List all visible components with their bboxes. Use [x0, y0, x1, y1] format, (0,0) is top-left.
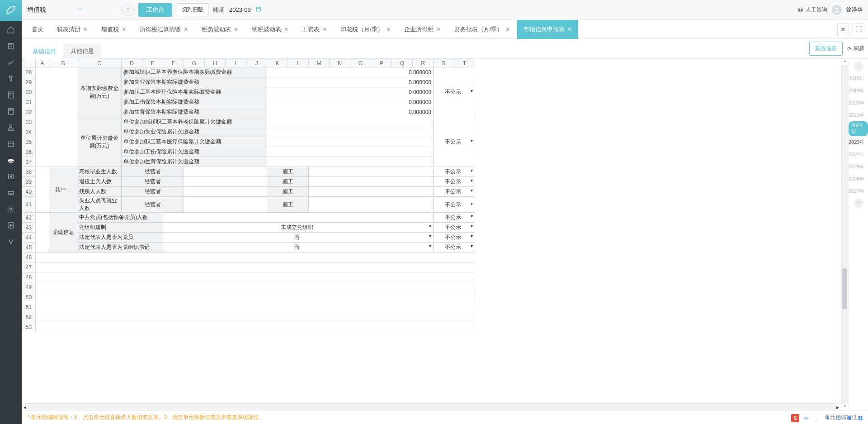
row-header-46[interactable]: 46 — [22, 252, 36, 262]
row-header-45[interactable]: 45 — [22, 243, 36, 252]
disclose-dropdown[interactable]: 不公示 — [434, 117, 475, 167]
value-cell[interactable] — [267, 147, 434, 157]
year-2025年[interactable]: 2025年 — [849, 161, 868, 173]
ime-keyboard-icon[interactable] — [835, 414, 843, 422]
col-header-O[interactable]: O — [350, 59, 371, 67]
ime-mic-icon[interactable] — [824, 414, 832, 422]
value-cell[interactable] — [184, 167, 267, 177]
col-header-A[interactable]: A — [36, 59, 49, 67]
user-name[interactable]: 徐泽华 — [846, 6, 863, 14]
col-header-J[interactable]: J — [246, 59, 267, 67]
tab-6[interactable]: 工资表✕ — [296, 20, 333, 39]
tab-close-icon[interactable]: ✕ — [122, 26, 126, 33]
nav-archive-icon[interactable] — [0, 136, 22, 152]
value-cell[interactable]: 0.000000 — [267, 97, 434, 107]
corner-cell[interactable] — [22, 59, 36, 67]
tab-10[interactable]: 年报信息申报表✕ — [517, 20, 578, 39]
scroll-down-icon[interactable]: ▾ — [841, 404, 848, 410]
row-header-53[interactable]: 53 — [22, 322, 36, 332]
cell[interactable] — [36, 302, 475, 312]
cell[interactable] — [36, 262, 475, 272]
col-header-G[interactable]: G — [184, 59, 205, 67]
nav-calc-icon[interactable] — [0, 103, 22, 119]
value-cell[interactable] — [267, 117, 434, 127]
col-header-S[interactable]: S — [434, 59, 454, 67]
cell[interactable] — [36, 252, 475, 262]
row-header-32[interactable]: 32 — [22, 107, 36, 117]
list-icon-button[interactable] — [122, 4, 134, 16]
nav-play-icon[interactable] — [0, 217, 22, 233]
spreadsheet[interactable]: ABCDEFGHIJKLMNOPQRST 28本期实际缴费金额(万元)参加城镇职… — [22, 59, 475, 332]
period-value[interactable]: 2023-09 — [229, 6, 251, 13]
value-cell[interactable] — [309, 187, 434, 197]
value-dropdown[interactable]: 未成立党组织 — [163, 223, 434, 233]
year-2023年[interactable]: 2023年 — [849, 136, 868, 148]
cell[interactable] — [36, 117, 77, 167]
col-header-F[interactable]: F — [163, 59, 184, 67]
ime-punct-icon[interactable]: ， — [813, 414, 821, 422]
scroll-thumb[interactable] — [842, 268, 847, 309]
row-header-47[interactable]: 47 — [22, 262, 36, 272]
row-header-51[interactable]: 51 — [22, 302, 36, 312]
year-2027年[interactable]: 2027年 — [849, 185, 868, 197]
year-2024年[interactable]: 2024年 — [849, 148, 868, 161]
row-header-42[interactable]: 42 — [22, 213, 36, 223]
row-header-36[interactable]: 36 — [22, 147, 36, 157]
cell[interactable] — [36, 167, 49, 213]
tab-close-icon[interactable]: ✕ — [83, 26, 88, 33]
year-up-button[interactable]: ︿ — [854, 62, 863, 71]
year-2022年[interactable]: 2022年 — [849, 121, 868, 136]
nav-stamp-icon[interactable] — [0, 119, 22, 136]
row-header-33[interactable]: 33 — [22, 117, 36, 127]
value-cell[interactable] — [309, 167, 434, 177]
cell[interactable] — [36, 213, 49, 252]
nav-chart-icon[interactable] — [0, 54, 22, 71]
row-header-34[interactable]: 34 — [22, 127, 36, 137]
col-header-H[interactable]: H — [205, 59, 226, 67]
tab-5[interactable]: 纳税波动表✕ — [245, 20, 295, 39]
row-header-29[interactable]: 29 — [22, 77, 36, 87]
tab-close-icon[interactable]: ✕ — [436, 26, 441, 33]
nav-money-icon[interactable] — [0, 71, 22, 87]
value-dropdown[interactable]: 否 — [163, 233, 434, 243]
disclose-dropdown[interactable]: 不公示 — [434, 243, 475, 252]
expand-tabs-button[interactable]: ⛶ — [853, 24, 864, 35]
row-header-38[interactable]: 38 — [22, 167, 36, 177]
row-header-50[interactable]: 50 — [22, 292, 36, 302]
cell[interactable] — [36, 272, 475, 282]
nav-ledger-icon[interactable] — [0, 38, 22, 54]
col-header-E[interactable]: E — [142, 59, 163, 67]
cell[interactable] — [36, 282, 475, 292]
year-2026年[interactable]: 2026年 — [849, 173, 868, 185]
tab-2[interactable]: 增值税✕ — [95, 20, 132, 39]
row-header-37[interactable]: 37 — [22, 157, 36, 167]
row-header-52[interactable]: 52 — [22, 312, 36, 322]
row-header-28[interactable]: 28 — [22, 67, 36, 77]
horizontal-scrollbar[interactable]: ◂ ▸ — [22, 403, 841, 410]
row-header-43[interactable]: 43 — [22, 223, 36, 233]
disclose-dropdown[interactable]: 不公示 — [434, 223, 475, 233]
row-header-30[interactable]: 30 — [22, 87, 36, 97]
tab-4[interactable]: 税负波动表✕ — [195, 20, 245, 39]
nav-settings-icon[interactable] — [0, 201, 22, 217]
value-cell[interactable] — [163, 213, 434, 223]
value-cell[interactable] — [184, 197, 267, 213]
year-2019年[interactable]: 2019年 — [849, 85, 868, 97]
value-cell[interactable] — [267, 127, 434, 137]
col-header-I[interactable]: I — [226, 59, 246, 67]
value-cell[interactable]: 0.000000 — [267, 107, 434, 117]
row-header-49[interactable]: 49 — [22, 282, 36, 292]
disclose-dropdown[interactable]: 不公示 — [434, 167, 475, 177]
tab-close-icon[interactable]: ✕ — [322, 26, 327, 33]
year-2018年[interactable]: 2018年 — [849, 72, 868, 85]
year-2021年[interactable]: 2021年 — [849, 109, 868, 121]
switch-old-button[interactable]: 切到旧版 — [177, 3, 208, 16]
value-cell[interactable] — [309, 177, 434, 187]
cell[interactable] — [36, 322, 475, 332]
value-cell[interactable] — [309, 197, 434, 213]
disclose-dropdown[interactable]: 不公示 — [434, 197, 475, 213]
value-cell[interactable] — [184, 177, 267, 187]
value-cell[interactable]: 0.000000 — [267, 87, 434, 97]
value-cell[interactable] — [267, 137, 434, 147]
disclose-dropdown[interactable]: 不公示 — [434, 233, 475, 243]
